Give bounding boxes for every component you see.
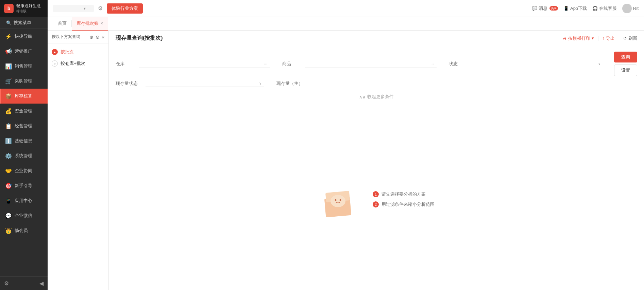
enterprise-icon: 🤝 (5, 167, 12, 174)
stock-amount-field: 现存量（主） — (276, 80, 425, 87)
sidebar-item-label: 销售管理 (15, 63, 32, 69)
messages-action[interactable]: 💬 消息 99+ (532, 5, 558, 12)
row1-action-btns: 查询 设置 (614, 52, 637, 76)
search-menu-item[interactable]: 🔍 搜索菜单 (0, 17, 48, 29)
empty-tip-2: 2 用过滤条件来缩小分析范围 (373, 201, 435, 207)
top-search-box[interactable]: ▾ (53, 5, 94, 12)
goods-more-icon[interactable]: ··· (430, 61, 434, 66)
app-download-action[interactable]: 📱 App下载 (563, 5, 587, 12)
tab-close-icon[interactable]: × (101, 21, 103, 26)
sidebar-item-purchase[interactable]: 🛒 采购管理 (0, 74, 48, 89)
user-action[interactable]: Rit (622, 4, 639, 13)
stock-amount-input-from[interactable] (306, 82, 361, 85)
sidebar-item-enterprise[interactable]: 🤝 企业协同 (0, 163, 48, 178)
scheme-settings-icon[interactable]: ⊙ (96, 34, 100, 40)
sidebar-item-newbie[interactable]: 🎯 新手引导 (0, 178, 48, 193)
empty-state: 1 请先选择要分析的方案 2 用过滤条件来缩小分析范围 (109, 108, 644, 290)
topbar-left: ▾ ⚙ 体验行业方案 (53, 3, 143, 14)
appcenter-icon: 📱 (5, 197, 12, 204)
content-area: 按以下方案查询 ⊕ ⊙ « ● 按批次 ○ 按仓库+批次 (48, 31, 644, 290)
add-scheme-icon[interactable]: ⊕ (89, 34, 94, 40)
sidebar-item-operations[interactable]: 📋 经营管理 (0, 119, 48, 133)
tab-home[interactable]: 首页 (53, 17, 71, 31)
goods-input[interactable]: ··· (305, 60, 437, 68)
refresh-label: 刷新 (628, 35, 637, 41)
collapse-panel-icon[interactable]: « (102, 34, 104, 40)
print-btn[interactable]: 🖨 按模板打印 ▾ (562, 35, 594, 41)
sidebar-item-label: 库存核算 (15, 93, 32, 99)
top-search-input[interactable] (56, 6, 84, 11)
sidebar-item-finance[interactable]: 💰 资金管理 (0, 104, 48, 119)
scheme-item-by-batch[interactable]: ● 按批次 (48, 46, 108, 58)
headset-icon: 🎧 (592, 6, 598, 11)
sidebar-item-inventory[interactable]: 📦 库存核算 (0, 89, 48, 104)
messages-badge: 99+ (549, 6, 558, 11)
scheme-list: ● 按批次 ○ 按仓库+批次 (48, 43, 108, 72)
status-select-arrow: ∨ (598, 62, 600, 66)
scheme-item-by-warehouse-batch[interactable]: ○ 按仓库+批次 (48, 58, 108, 69)
print-label: 按模板打印 (568, 35, 590, 41)
operations-icon: 📋 (5, 123, 12, 129)
left-panel-header: 按以下方案查询 ⊕ ⊙ « (48, 31, 108, 43)
export-btn[interactable]: ↑ 导出 (603, 35, 615, 41)
sidebar-item-quick-nav[interactable]: ⚡ 快捷导航 (0, 29, 48, 44)
filter-row-1: 仓库 ··· 商品 ··· (116, 52, 637, 76)
phone-icon: 📱 (563, 6, 569, 11)
trial-btn[interactable]: 体验行业方案 (107, 3, 143, 14)
warehouse-field: 仓库 ··· (116, 60, 270, 68)
tab-home-label: 首页 (58, 20, 67, 26)
warehouse-more-icon[interactable]: ··· (264, 61, 267, 66)
sidebar-item-label: 企业微信 (15, 213, 32, 219)
refresh-btn[interactable]: ↺ 刷新 (623, 35, 637, 41)
messages-label: 消息 (539, 5, 547, 12)
tab-batch-account-label: 库存批次账 (77, 20, 99, 26)
search-menu-label: 搜索菜单 (14, 20, 31, 26)
collapse-bar[interactable]: ∧∧ 收起更多条件 (116, 91, 637, 103)
query-button[interactable]: 查询 (614, 52, 637, 62)
warehouse-input[interactable]: ··· (139, 60, 270, 68)
stock-status-select[interactable]: ∨ (146, 80, 264, 87)
tab-batch-account[interactable]: 库存批次账 × (72, 17, 108, 31)
amount-dash: — (361, 81, 371, 86)
sidebar-footer: ⚙ ◀ (0, 276, 48, 290)
sidebar-item-appcenter[interactable]: 📱 应用中心 (0, 193, 48, 208)
sidebar-item-basic[interactable]: ℹ️ 基础信息 (0, 133, 48, 148)
settings-footer-icon[interactable]: ⚙ (4, 280, 9, 287)
online-support-action[interactable]: 🎧 在线客服 (592, 5, 617, 12)
user-name: Rit (633, 6, 639, 11)
message-icon: 💬 (532, 6, 537, 11)
topbar-right: 💬 消息 99+ 📱 App下载 🎧 在线客服 Rit (532, 4, 639, 13)
sidebar-item-label: 基础信息 (15, 138, 32, 144)
sidebar-item-label: 资金管理 (15, 108, 32, 114)
scheme-inactive-icon: ○ (52, 60, 58, 67)
filter-row-2: 现存量状态 ∨ 现存量（主） — (116, 80, 637, 87)
empty-tip-1: 1 请先选择要分析的方案 (373, 191, 435, 197)
left-panel: 按以下方案查询 ⊕ ⊙ « ● 按批次 ○ 按仓库+批次 (48, 31, 109, 290)
stock-amount-input-to[interactable] (371, 82, 425, 85)
print-icon: 🖨 (562, 36, 567, 41)
sidebar-item-member[interactable]: 👑 畅会员 (0, 223, 48, 238)
basic-icon: ℹ️ (5, 138, 12, 144)
print-dropdown-icon[interactable]: ▾ (592, 36, 594, 41)
right-panel: 现存量查询(按批次) 🖨 按模板打印 ▾ ↑ 导出 ↺ 刷 (109, 31, 644, 290)
sidebar-item-wechat[interactable]: 💬 企业微信 (0, 208, 48, 223)
status-select[interactable]: ∨ (472, 60, 603, 67)
topbar-gear-icon[interactable]: ⚙ (98, 5, 103, 12)
sidebar-item-marketing[interactable]: 📢 营销推广 (0, 44, 48, 59)
collapse-up-icon: ∧∧ (359, 94, 366, 99)
avatar (622, 4, 632, 13)
sidebar-item-sales[interactable]: 📊 销售管理 (0, 59, 48, 74)
status-field: 状态 ∨ (449, 60, 603, 67)
collapse-label: 收起更多条件 (367, 94, 394, 100)
page-title: 现存量查询(按批次) (116, 35, 163, 42)
wechat-icon: 💬 (5, 212, 12, 219)
main-area: ▾ ⚙ 体验行业方案 💬 消息 99+ 📱 App下载 🎧 在线客服 Rit (48, 0, 644, 290)
page-actions: 🖨 按模板打印 ▾ ↑ 导出 ↺ 刷新 (562, 35, 638, 41)
sidebar-item-label: 畅会员 (15, 228, 28, 234)
search-dropdown-icon[interactable]: ▾ (84, 6, 86, 11)
status-label: 状态 (449, 61, 469, 67)
collapse-sidebar-icon[interactable]: ◀ (39, 280, 44, 287)
settings-button[interactable]: 设置 (614, 65, 637, 76)
sales-icon: 📊 (5, 63, 12, 70)
sidebar-item-system[interactable]: ⚙️ 系统管理 (0, 148, 48, 163)
